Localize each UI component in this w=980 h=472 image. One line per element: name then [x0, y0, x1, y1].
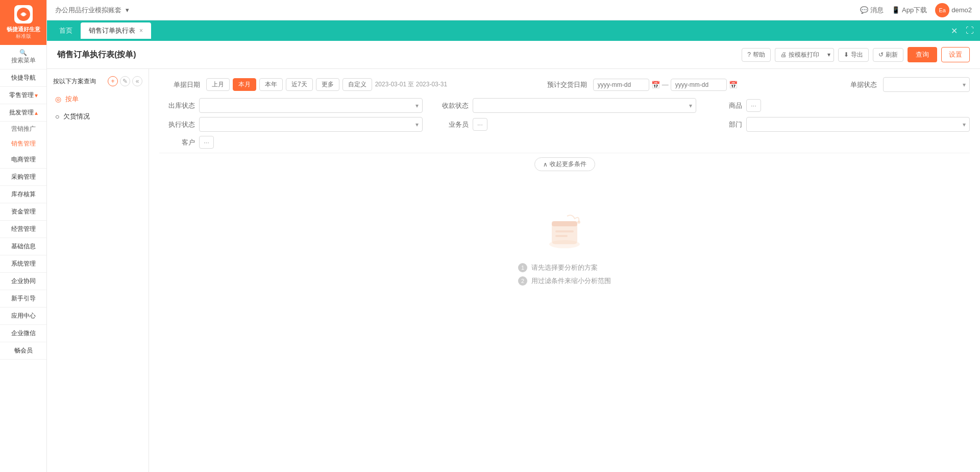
top-bar-right: 💬 消息 📱 App下载 Ea demo2 — [860, 3, 972, 17]
empty-state: 1 请先选择要分析的方案 2 用过滤条件来缩小分析范围 — [159, 175, 970, 316]
date-separator: — — [662, 81, 669, 88]
tab-home-label: 首页 — [59, 26, 72, 35]
sidebar-item-inventory[interactable]: 库存核算 — [0, 186, 46, 203]
dept-select[interactable] — [746, 117, 970, 132]
top-bar: 办公用品行业模拟账套 ▾ 💬 消息 📱 App下载 Ea demo2 — [47, 0, 980, 20]
date-this-month[interactable]: 本月 — [233, 78, 256, 91]
date-custom[interactable]: 自定义 — [342, 78, 372, 91]
sidebar-item-quick-nav[interactable]: 快捷导航 — [0, 69, 46, 87]
export-button[interactable]: ⬇ 导出 — [838, 48, 869, 62]
basic-info-label: 基础信息 — [11, 243, 36, 250]
logo-icon — [14, 5, 33, 23]
sidebar-item-retail[interactable]: 零售管理 ▾ — [0, 87, 46, 104]
scheme-shortage[interactable]: ○ 欠货情况 — [47, 108, 149, 125]
date-more[interactable]: 更多 — [316, 78, 339, 91]
tab-close-window-icon[interactable]: ✕ — [949, 24, 960, 38]
print-button[interactable]: 🖨 按模板打印 — [775, 48, 824, 62]
user-avatar-area[interactable]: Ea demo2 — [935, 3, 972, 17]
sidebar-item-member[interactable]: 畅会员 — [0, 342, 46, 360]
sidebar-item-finance[interactable]: 资金管理 — [0, 203, 46, 221]
sidebar-item-system[interactable]: 系统管理 — [0, 255, 46, 273]
query-button[interactable]: 查询 — [908, 47, 937, 62]
workspace-dropdown-icon[interactable]: ▾ — [126, 6, 129, 14]
sidebar-item-enterprise-collab[interactable]: 企业协同 — [0, 273, 46, 290]
exec-status-select[interactable] — [199, 117, 423, 132]
finance-label: 资金管理 — [11, 208, 36, 215]
delivery-status-label: 出库状态 — [159, 101, 195, 110]
scheme-by-order[interactable]: ◎ 按单 — [47, 90, 149, 108]
sidebar-item-search[interactable]: 🔍 搜索菜单 — [0, 45, 46, 69]
export-icon: ⬇ — [844, 51, 849, 58]
sidebar-item-wechat[interactable]: 企业微信 — [0, 325, 46, 342]
date-last-7-days[interactable]: 近7天 — [286, 78, 313, 91]
print-dropdown-button[interactable]: ▾ — [824, 48, 834, 62]
scheme-shortage-label: 欠货情况 — [63, 112, 90, 121]
salesperson-item: 业务员 ··· — [433, 117, 696, 132]
refresh-button[interactable]: ↺ 刷新 — [873, 48, 903, 62]
expected-delivery-start[interactable] — [593, 79, 649, 91]
goods-picker-button[interactable]: ··· — [746, 99, 761, 112]
svg-point-7 — [577, 221, 580, 224]
tab-expand-icon[interactable]: ⛶ — [964, 24, 976, 38]
delivery-status-select[interactable] — [199, 98, 423, 113]
marketing-label: 营销推广 — [11, 125, 36, 132]
user-name: demo2 — [951, 6, 972, 14]
payment-status-select[interactable] — [473, 98, 696, 113]
search-label: 搜索菜单 — [11, 57, 36, 64]
sidebar-item-management[interactable]: 经营管理 — [0, 221, 46, 238]
left-panel-actions: + ✎ « — [108, 76, 142, 86]
status-select[interactable] — [883, 77, 970, 92]
date-this-year[interactable]: 本年 — [259, 78, 283, 91]
app-download-label: App下载 — [902, 6, 927, 15]
expected-delivery-label: 预计交货日期 — [546, 80, 587, 89]
message-icon: 💬 — [860, 6, 868, 14]
message-label: 消息 — [870, 6, 884, 15]
svg-rect-4 — [552, 221, 577, 226]
empty-illustration — [539, 206, 590, 257]
app-logo[interactable]: 畅捷通好生意 标准版 — [0, 0, 46, 45]
collapse-panel-button[interactable]: « — [132, 76, 142, 86]
tab-home[interactable]: 首页 — [51, 22, 81, 39]
expected-delivery-end[interactable] — [671, 79, 727, 91]
customer-picker-button[interactable]: ··· — [199, 136, 214, 149]
collapse-button[interactable]: ∧ 收起更多条件 — [534, 157, 595, 171]
expected-delivery-range: 📅 — 📅 — [593, 79, 738, 91]
tip-text-2: 用过滤条件来缩小分析范围 — [531, 276, 611, 286]
help-button[interactable]: ? 帮助 — [742, 48, 771, 62]
tip-num-2: 2 — [518, 276, 527, 286]
sidebar-item-basic-info[interactable]: 基础信息 — [0, 238, 46, 255]
purchase-label: 采购管理 — [11, 173, 36, 180]
sidebar-subitem-marketing[interactable]: 营销推广 — [0, 122, 46, 136]
empty-tip-1: 1 请先选择要分析的方案 — [518, 263, 611, 272]
app-download-button[interactable]: 📱 App下载 — [892, 6, 927, 15]
edit-scheme-button[interactable]: ✎ — [120, 76, 130, 86]
settings-button[interactable]: 设置 — [941, 47, 970, 62]
add-scheme-button[interactable]: + — [108, 76, 118, 86]
tip-text-1: 请先选择要分析的方案 — [531, 263, 598, 272]
salesperson-picker-button[interactable]: ··· — [473, 118, 487, 131]
wechat-label: 企业微信 — [11, 329, 36, 337]
tab-sales-order[interactable]: 销售订单执行表 × — [81, 22, 151, 39]
app-download-icon: 📱 — [892, 6, 900, 14]
tab-bar-actions: ✕ ⛶ — [949, 24, 976, 38]
tab-sales-order-label: 销售订单执行表 — [89, 26, 135, 35]
top-bar-left: 办公用品行业模拟账套 ▾ — [55, 6, 129, 15]
sidebar-item-ecommerce[interactable]: 电商管理 — [0, 151, 46, 169]
message-button[interactable]: 💬 消息 — [860, 6, 884, 15]
help-icon: ? — [747, 51, 751, 58]
payment-select-wrapper — [473, 98, 696, 113]
retail-arrow-icon: ▾ — [35, 92, 38, 99]
goods-label: 商品 — [706, 101, 742, 110]
sidebar-item-purchase[interactable]: 采购管理 — [0, 169, 46, 186]
date-last-month[interactable]: 上月 — [206, 78, 230, 91]
sidebar-item-app-center[interactable]: 应用中心 — [0, 308, 46, 325]
payment-status-control — [473, 98, 696, 113]
filter-grid-row2: 出库状态 收款状态 — [159, 98, 970, 113]
sidebar-item-onboarding[interactable]: 新手引导 — [0, 290, 46, 308]
tab-bar: 首页 销售订单执行表 × ✕ ⛶ — [47, 20, 980, 41]
tab-close-icon[interactable]: × — [139, 27, 143, 34]
sidebar-item-wholesale[interactable]: 批发管理 ▴ — [0, 104, 46, 122]
print-label: 按模板打印 — [789, 51, 819, 59]
sidebar-subitem-sales[interactable]: 销售管理 — [0, 136, 46, 151]
dept-control — [746, 117, 970, 132]
